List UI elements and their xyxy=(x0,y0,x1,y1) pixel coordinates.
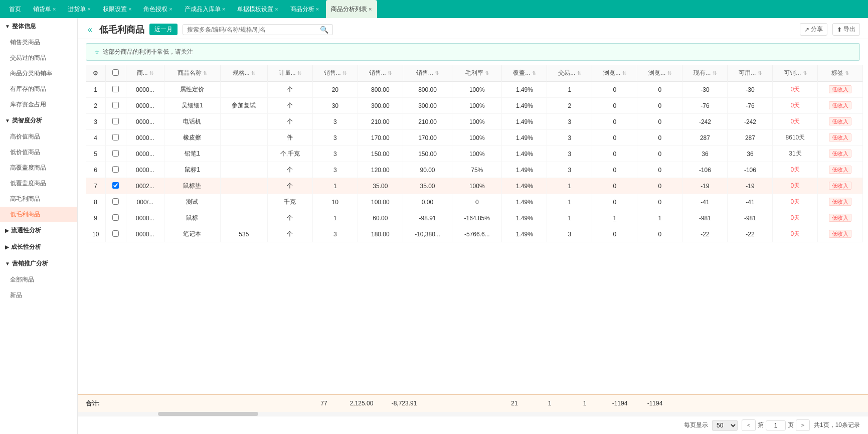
row-checkbox[interactable] xyxy=(112,118,119,124)
sidebar-group-flow[interactable]: ▶ 流通性分析 xyxy=(0,222,77,239)
th-current[interactable]: 现有... ⇅ xyxy=(682,65,728,82)
row-checkbox[interactable] xyxy=(112,86,119,92)
sidebar-group-growth[interactable]: ▶ 成长性分析 xyxy=(0,239,77,255)
td-browse1[interactable]: 0 xyxy=(592,146,637,162)
th-browse2[interactable]: 浏览... ⇅ xyxy=(637,65,682,82)
row-checkbox[interactable] xyxy=(112,166,119,173)
nav-sales[interactable]: 销货单 × xyxy=(28,0,61,18)
th-sales-amt[interactable]: 销售... ⇅ xyxy=(403,65,452,82)
th-checkbox[interactable] xyxy=(106,65,126,82)
nav-home[interactable]: 首页 xyxy=(4,0,26,18)
sidebar-item-category-rate[interactable]: 商品分类助销率 xyxy=(0,66,77,81)
sidebar-item-high-coverage[interactable]: 高覆盖度商品 xyxy=(0,160,77,176)
nav-close-permission[interactable]: × xyxy=(128,6,131,12)
nav-permission[interactable]: 权限设置 × xyxy=(98,0,136,18)
td-browse1[interactable]: 0 xyxy=(592,194,637,210)
sidebar-group-overview[interactable]: ▼ 整体信息 xyxy=(0,18,77,35)
th-available[interactable]: 可用... ⇅ xyxy=(728,65,773,82)
nav-close-analysis-list[interactable]: × xyxy=(369,6,372,12)
horizontal-scrollbar[interactable] xyxy=(78,412,868,416)
td-browse1[interactable]: 0 xyxy=(592,178,637,194)
sidebar-item-sales-products[interactable]: 销售类商品 xyxy=(0,35,77,50)
sidebar-item-traded-products[interactable]: 交易过的商品 xyxy=(0,50,77,66)
row-checkbox[interactable] xyxy=(112,150,119,157)
nav-close-template[interactable]: × xyxy=(275,6,278,12)
td-browse1[interactable]: 1 xyxy=(592,210,637,226)
th-settings[interactable]: ⚙ xyxy=(86,65,106,82)
sidebar-group-smart[interactable]: ▼ 类智度分析 xyxy=(0,112,77,129)
td-browse1[interactable]: 0 xyxy=(592,162,637,178)
td-checkbox[interactable] xyxy=(106,194,126,210)
sidebar-item-low-margin[interactable]: 低毛利商品 xyxy=(0,207,77,222)
th-code[interactable]: 商... ⇅ xyxy=(126,65,164,82)
th-browse1[interactable]: 浏览... ⇅ xyxy=(592,65,637,82)
nav-close-product-in[interactable]: × xyxy=(222,6,225,12)
th-can-sell[interactable]: 可销... ⇅ xyxy=(773,65,818,82)
footer-current: -1194 xyxy=(602,400,637,407)
table-wrapper[interactable]: ⚙ 商... ⇅ 商品名称 ⇅ 规格... ⇅ 计量... ⇅ 销售... ⇅ … xyxy=(78,65,868,394)
td-checkbox[interactable] xyxy=(106,130,126,146)
row-checkbox[interactable] xyxy=(112,102,119,108)
nav-product-in[interactable]: 产成品入库单 × xyxy=(180,0,230,18)
td-browse1[interactable]: 0 xyxy=(592,226,637,242)
row-checkbox[interactable] xyxy=(112,230,119,237)
date-filter-button[interactable]: 近一月 xyxy=(149,24,178,35)
nav-close-analysis[interactable]: × xyxy=(316,6,319,12)
td-checkbox[interactable] xyxy=(106,178,126,194)
nav-analysis-list[interactable]: 商品分析列表 × xyxy=(326,0,377,18)
sidebar-item-low-coverage[interactable]: 低覆盖度商品 xyxy=(0,176,77,191)
td-checkbox[interactable] xyxy=(106,210,126,226)
td-browse1[interactable]: 0 xyxy=(592,130,637,146)
td-browse1[interactable]: 0 xyxy=(592,82,637,98)
nav-purchase[interactable]: 进货单 × xyxy=(63,0,95,18)
nav-close-role[interactable]: × xyxy=(169,6,172,12)
page-number-input[interactable] xyxy=(766,420,786,430)
sidebar-item-high-value[interactable]: 高价值商品 xyxy=(0,129,77,144)
th-spec[interactable]: 规格... ⇅ xyxy=(220,65,267,82)
td-checkbox[interactable] xyxy=(106,162,126,178)
search-input[interactable] xyxy=(187,26,320,33)
th-unit[interactable]: 计量... ⇅ xyxy=(267,65,312,82)
nav-close-purchase[interactable]: × xyxy=(87,6,90,12)
td-checkbox[interactable] xyxy=(106,146,126,162)
row-checkbox[interactable] xyxy=(112,134,119,140)
th-qty[interactable]: 销售... ⇅ xyxy=(312,65,358,82)
td-checkbox[interactable] xyxy=(106,114,126,130)
td-checkbox[interactable] xyxy=(106,226,126,242)
sidebar-item-capital[interactable]: 库存资金占用 xyxy=(0,97,77,112)
th-name[interactable]: 商品名称 ⇅ xyxy=(164,65,221,82)
sidebar-item-all-products[interactable]: 全部商品 xyxy=(0,272,77,287)
nav-template[interactable]: 单据模板设置 × xyxy=(232,0,283,18)
th-gross-rate[interactable]: 毛利率 ⇅ xyxy=(452,65,502,82)
search-icon[interactable]: 🔍 xyxy=(320,26,328,34)
export-button[interactable]: ⬆ 导出 xyxy=(832,23,860,36)
td-checkbox[interactable] xyxy=(106,98,126,114)
th-tag[interactable]: 标签 ⇅ xyxy=(818,65,863,82)
nav-role[interactable]: 角色授权 × xyxy=(138,0,177,18)
sidebar-item-new-products[interactable]: 新品 xyxy=(0,287,77,303)
row-checkbox[interactable] xyxy=(112,182,119,189)
table-row: 2 0000... 吴细细1 参加复试 个 30 300.00 300.00 1… xyxy=(86,98,863,114)
sidebar-group-marketing[interactable]: ▼ 营销推广分析 xyxy=(0,255,77,272)
th-price[interactable]: 销售... ⇅ xyxy=(358,65,403,82)
sidebar-item-high-margin[interactable]: 高毛利商品 xyxy=(0,191,77,207)
td-browse1[interactable]: 0 xyxy=(592,114,637,130)
scrollbar-thumb[interactable] xyxy=(158,412,258,416)
next-page-btn[interactable]: ＞ xyxy=(796,419,810,431)
nav-close-sales[interactable]: × xyxy=(53,6,56,12)
th-tx-count[interactable]: 交易... ⇅ xyxy=(547,65,592,82)
collapse-sidebar-btn[interactable]: « xyxy=(86,25,94,34)
row-checkbox[interactable] xyxy=(112,198,119,205)
nav-analysis[interactable]: 商品分析 × xyxy=(285,0,324,18)
per-page-select[interactable]: 50 100 200 xyxy=(712,420,738,431)
td-checkbox[interactable] xyxy=(106,82,126,98)
prev-page-btn[interactable]: ＜ xyxy=(742,419,756,431)
td-browse1[interactable]: 0 xyxy=(592,98,637,114)
sidebar-item-in-stock[interactable]: 有库存的商品 xyxy=(0,81,77,97)
select-all-checkbox[interactable] xyxy=(112,69,119,76)
th-cover-rate[interactable]: 覆盖... ⇅ xyxy=(502,65,547,82)
row-checkbox[interactable] xyxy=(112,214,119,221)
sidebar-item-low-value[interactable]: 低价值商品 xyxy=(0,144,77,160)
share-button[interactable]: ↗ 分享 xyxy=(800,23,827,36)
browse-link[interactable]: 1 xyxy=(613,215,617,222)
